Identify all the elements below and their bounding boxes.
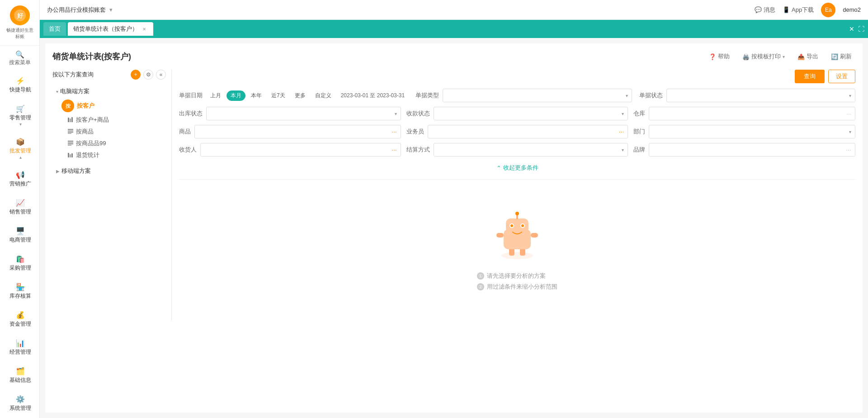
date-btn-more[interactable]: 更多 [291, 90, 310, 101]
product-dots: ··· [392, 128, 397, 135]
date-btn-custom[interactable]: 自定义 [311, 90, 335, 101]
warehouse-select[interactable]: ··· [649, 107, 855, 120]
message-button[interactable]: 💬 消息 [755, 6, 775, 14]
sidebar-item-sales-mgmt[interactable]: 📈 销售管理 [0, 193, 39, 221]
empty-icon [490, 210, 544, 265]
receiver-select[interactable]: ··· [200, 143, 401, 157]
tab-sales-stat[interactable]: 销货单统计表（按客户） ✕ [68, 22, 153, 36]
salesperson-dots: ··· [619, 128, 624, 135]
sidebar-item-ecommerce[interactable]: 🖥️ 电商管理 [0, 221, 39, 249]
export-label: 导出 [807, 52, 818, 61]
product-select[interactable]: ··· [194, 125, 401, 138]
tip-2-text: 用过滤条件来缩小分析范围 [487, 283, 557, 291]
tree-by-customer-label: 按客户 [77, 102, 94, 110]
message-label: 消息 [764, 6, 775, 14]
tree-item-by-customer-product[interactable]: 按客户+商品 [58, 114, 166, 126]
page-inner: 销货单统计表(按客户) ❓ 帮助 🖨️ 按模板打印 ▾ 📤 导出 [45, 43, 863, 413]
sidebar-item-search[interactable]: 🔍 搜索菜单 [0, 46, 39, 71]
print-button[interactable]: 🖨️ 按模板打印 ▾ [739, 51, 788, 62]
date-btn-this-month[interactable]: 本月 [226, 90, 245, 101]
user-name[interactable]: demo2 [843, 6, 861, 13]
sidebar-item-basic[interactable]: 🗂️ 基础信息 [0, 361, 39, 390]
warehouse-dots: ··· [846, 110, 851, 117]
svg-rect-2 [68, 118, 69, 122]
out-status-label: 出库状态 [179, 109, 203, 118]
receipt-status-area: 收款状态 ▾ [406, 107, 628, 120]
logo-icon: 好 [10, 5, 30, 25]
tab-home[interactable]: 首页 [43, 22, 66, 36]
print-label: 按模板打印 [751, 52, 781, 61]
app-download-button[interactable]: 📱 App下载 [783, 6, 814, 14]
department-select[interactable]: ▾ [649, 125, 855, 138]
app-download-icon: 📱 [783, 6, 790, 13]
date-btn-7days[interactable]: 近7天 [267, 90, 289, 101]
sidebar-item-system[interactable]: ⚙️ 系统管理 [0, 390, 39, 418]
app-title-area: 办公用品行业模拟账套 ▾ [47, 6, 113, 14]
sidebar-marketing-label: 营销推广 [5, 180, 36, 188]
salesperson-select[interactable]: ··· [428, 125, 628, 138]
payment-select[interactable]: ▾ [434, 143, 628, 157]
sidebar-system-label: 系统管理 [5, 404, 36, 412]
date-btn-last-month[interactable]: 上月 [206, 90, 225, 101]
receipt-status-select[interactable]: ▾ [434, 107, 628, 120]
sidebar-item-ops[interactable]: 📊 经营管理 [0, 333, 39, 361]
app-title-dropdown-icon[interactable]: ▾ [109, 6, 113, 13]
left-panel-header: 按以下方案查询 + ⚙ « [52, 70, 166, 80]
collapse-panel-button[interactable]: « [156, 70, 166, 80]
doc-status-label: 单据状态 [639, 91, 663, 100]
svg-rect-3 [70, 119, 71, 122]
sidebar-item-finance[interactable]: 💰 资金管理 [0, 305, 39, 333]
settings-scheme-button[interactable]: ⚙ [143, 70, 153, 80]
tab-close-all-icon[interactable]: ✕ [849, 25, 854, 33]
date-btn-this-year[interactable]: 本年 [247, 90, 266, 101]
scheme-tree: ▾ 电脑端方案 按 按客户 [52, 85, 166, 177]
sidebar-quick-nav-label: 快捷导航 [5, 86, 36, 94]
tree-mobile-label: 移动端方案 [61, 167, 91, 175]
tab-actions: ✕ ⛶ [849, 25, 864, 33]
product-label: 商品 [179, 128, 191, 136]
main-area: 办公用品行业模拟账套 ▾ 💬 消息 📱 App下载 Ea demo2 首页 销货… [40, 0, 868, 418]
refresh-button[interactable]: 🔄 刷新 [827, 51, 855, 62]
sidebar-item-inventory[interactable]: 🏪 库存核算 [0, 277, 39, 305]
brand-select[interactable]: ··· [649, 143, 855, 157]
active-dot: 按 [61, 100, 74, 112]
doc-type-select[interactable]: ▾ [443, 89, 632, 102]
tab-expand-icon[interactable]: ⛶ [858, 25, 864, 33]
sidebar-purchase-label: 采购管理 [5, 264, 36, 272]
svg-rect-15 [71, 153, 73, 157]
sidebar-item-wholesale[interactable]: 📦 批发管理 ▴ [0, 132, 39, 165]
export-button[interactable]: 📤 导出 [794, 51, 822, 62]
user-avatar[interactable]: Ea [821, 3, 835, 17]
date-range-display: 2023-03-01 至 2023-03-31 [341, 92, 405, 100]
doc-type-label: 单据类型 [415, 91, 439, 100]
query-button[interactable]: 查询 [795, 70, 825, 83]
tree-return-stat-label: 退货统计 [76, 151, 99, 159]
doc-status-select[interactable]: ▾ [666, 89, 855, 102]
tree-mobile-section: ▶ 移动端方案 [52, 165, 166, 177]
svg-rect-22 [506, 218, 528, 233]
svg-rect-20 [496, 233, 504, 238]
payment-arrow: ▾ [622, 147, 624, 152]
tab-sales-stat-close[interactable]: ✕ [141, 25, 148, 33]
setting-button[interactable]: 设置 [828, 70, 855, 83]
sidebar-item-retail[interactable]: 🛒 零售管理 ▾ [0, 99, 39, 132]
refresh-label: 刷新 [840, 52, 852, 61]
tree-item-return-stat[interactable]: 退货统计 [58, 149, 166, 161]
sidebar-item-quick-nav[interactable]: ⚡ 快捷导航 [0, 71, 39, 99]
help-button[interactable]: ❓ 帮助 [705, 51, 733, 62]
collapse-more-conditions[interactable]: ⌃ 收起更多条件 [179, 160, 855, 176]
sidebar-item-marketing[interactable]: 📢 营销推广 [0, 165, 39, 193]
page-title: 销货单统计表(按客户) [52, 51, 131, 62]
tree-item-by-customer[interactable]: 按 按客户 [58, 98, 166, 114]
tree-item-by-product-99[interactable]: 按商品品99 [58, 138, 166, 149]
refresh-icon: 🔄 [831, 53, 838, 60]
out-status-select[interactable]: ▾ [206, 107, 401, 120]
svg-rect-8 [68, 133, 71, 134]
add-scheme-button[interactable]: + [131, 70, 141, 80]
out-status-area: 出库状态 ▾ [179, 107, 401, 120]
sidebar-item-purchase[interactable]: 🛍️ 采购管理 [0, 249, 39, 277]
empty-state: ① 请先选择要分析的方案 ② 用过滤条件来缩小分析范围 [179, 183, 855, 321]
return-stat-icon [67, 152, 74, 159]
tree-item-by-product[interactable]: 按商品 [58, 126, 166, 138]
date-filter-label: 单据日期 [179, 91, 203, 100]
